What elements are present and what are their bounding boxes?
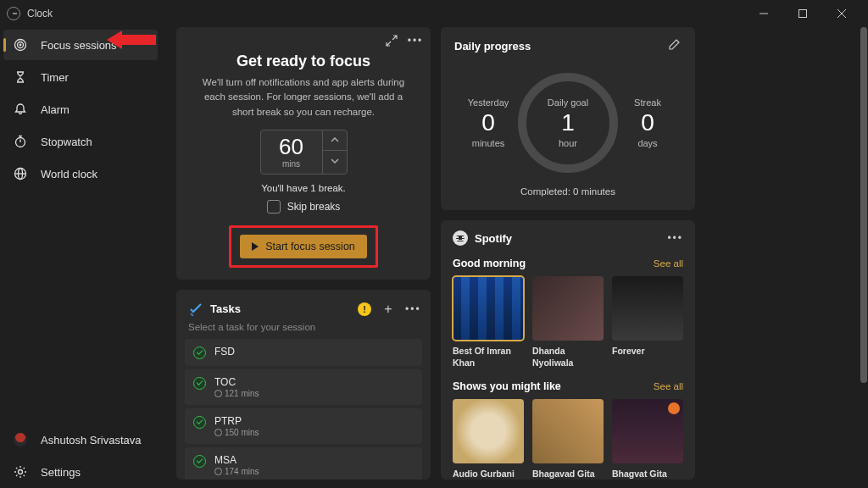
show-art (612, 399, 683, 463)
task-item[interactable]: TOC 121 mins (185, 369, 422, 405)
maximize-button[interactable] (783, 0, 822, 27)
duration-value: 60 (279, 136, 303, 158)
progress-title: Daily progress (454, 40, 531, 53)
clock-icon (214, 468, 222, 475)
progress-card: Daily progress Yesterday 0 minutes Daily… (441, 27, 695, 210)
show-tile[interactable]: Bhagvat Gita quo... My new podcast is fi… (612, 399, 683, 480)
target-icon (14, 38, 27, 52)
playlist-tile[interactable]: Forever (612, 276, 683, 369)
svg-point-14 (19, 470, 23, 474)
globe-icon (14, 167, 27, 180)
stat-unit: days (619, 138, 676, 148)
task-checkbox[interactable] (193, 377, 206, 390)
section-title: Shows you might like (453, 380, 561, 392)
task-checkbox[interactable] (193, 455, 206, 468)
scrollbar[interactable] (860, 27, 868, 488)
bell-icon (14, 103, 27, 116)
playlist-tile[interactable]: Dhanda Nyoliwala (532, 276, 604, 369)
progress-completed: Completed: 0 minutes (454, 186, 682, 197)
skip-breaks-label: Skip breaks (287, 201, 341, 213)
playlist-label: Dhanda Nyoliwala (532, 346, 604, 369)
duration-unit: mins (282, 159, 300, 169)
see-all-link[interactable]: See all (654, 381, 683, 391)
task-name: FSD (214, 346, 235, 358)
annotation-highlight: Start focus session (229, 225, 378, 268)
playlist-art (532, 276, 604, 341)
start-focus-button[interactable]: Start focus session (240, 235, 367, 258)
stat-unit: hour (559, 138, 577, 148)
spotify-more-icon[interactable]: ••• (667, 232, 683, 244)
see-all-link[interactable]: See all (654, 258, 683, 269)
stat-unit: minutes (459, 138, 517, 148)
duration-decrease[interactable] (323, 151, 347, 171)
sidebar-item-label: Timer (41, 71, 69, 84)
sidebar-item-label: World clock (41, 168, 97, 180)
app-title: Clock (27, 8, 53, 19)
task-meta: 150 mins (225, 428, 259, 437)
sidebar-item-label: Alarm (41, 103, 70, 116)
playlist-label: Forever (612, 346, 683, 358)
minimize-button[interactable] (744, 0, 783, 27)
todo-icon (188, 302, 203, 317)
stat-value: 1 (561, 109, 575, 136)
task-meta: 121 mins (225, 389, 259, 398)
task-item[interactable]: FSD (185, 339, 422, 366)
show-label: Bhagavad Gita (E... (532, 469, 604, 480)
playlist-tile[interactable]: Best Of Imran Khan (453, 276, 524, 369)
app-icon (7, 7, 20, 20)
task-item[interactable]: MSA 174 mins (185, 447, 422, 480)
sidebar-item-label: Focus sessions (41, 39, 117, 52)
sidebar-item-focus-sessions[interactable]: Focus sessions (3, 30, 158, 60)
section-title: Good morning (453, 258, 526, 269)
task-checkbox[interactable] (193, 347, 206, 359)
scrollbar-thumb[interactable] (860, 27, 867, 383)
sidebar-item-settings[interactable]: Settings (3, 457, 158, 487)
start-label: Start focus session (265, 241, 355, 252)
focus-card: ••• Get ready to focus We'll turn off no… (176, 27, 431, 280)
stat-value: 0 (619, 109, 676, 136)
gear-icon (14, 465, 27, 479)
skip-breaks-checkbox[interactable] (267, 200, 281, 214)
tasks-card: Tasks ! + ••• Select a task for your ses… (176, 290, 431, 480)
task-name: PTRP (214, 415, 259, 427)
compact-icon[interactable] (385, 34, 398, 47)
playlist-art (612, 276, 683, 341)
task-checkbox[interactable] (193, 416, 206, 429)
edit-icon[interactable] (668, 39, 682, 53)
focus-description: We'll turn off notifications and app ale… (190, 75, 417, 119)
show-label: Bhagvat Gita quo... (612, 469, 683, 480)
stat-label: Daily goal (548, 97, 588, 108)
tasks-more-icon[interactable]: ••• (405, 303, 419, 315)
progress-ring: Daily goal 1 hour (518, 73, 618, 173)
stat-yesterday: Yesterday 0 minutes (459, 97, 517, 148)
stopwatch-icon (14, 135, 27, 148)
close-button[interactable] (822, 0, 861, 27)
sidebar-item-stopwatch[interactable]: Stopwatch (3, 126, 158, 157)
sidebar-item-label: Stopwatch (41, 136, 92, 148)
clock-icon (214, 390, 222, 397)
avatar (14, 433, 27, 446)
sidebar-item-world-clock[interactable]: World clock (3, 158, 158, 189)
task-item[interactable]: PTRP 150 mins (185, 408, 422, 444)
show-art (532, 399, 604, 463)
clock-icon (214, 429, 222, 436)
show-tile[interactable]: Audio Gurbani Become a Paid Subscriber: … (453, 399, 524, 480)
sidebar-user[interactable]: Ashutosh Srivastava (3, 424, 158, 455)
sidebar-item-alarm[interactable]: Alarm (3, 94, 158, 125)
show-tile[interactable]: Bhagavad Gita (E... In-depth discussion … (532, 399, 604, 480)
svg-point-6 (19, 44, 21, 46)
spotify-card: Spotify ••• Good morning See all Best Of… (441, 220, 695, 480)
spotify-icon (453, 230, 468, 246)
svg-rect-1 (799, 10, 807, 18)
warning-badge[interactable]: ! (358, 302, 371, 316)
sidebar-item-label: Settings (41, 466, 81, 479)
more-icon[interactable]: ••• (409, 34, 422, 47)
task-name: TOC (214, 376, 259, 388)
duration-picker: 60 mins (260, 130, 348, 175)
sidebar-item-timer[interactable]: Timer (3, 62, 158, 92)
show-label: Audio Gurbani (453, 469, 524, 480)
add-task-button[interactable]: + (381, 302, 395, 317)
stat-label: Yesterday (459, 97, 517, 108)
tasks-title: Tasks (210, 302, 241, 315)
duration-increase[interactable] (323, 130, 347, 151)
